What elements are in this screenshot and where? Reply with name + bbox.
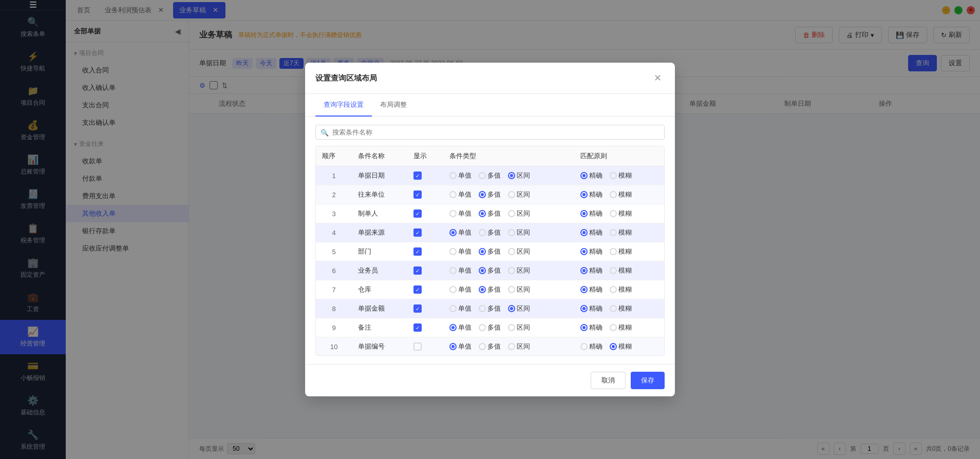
type-radio-多值-2[interactable]: 多值 [479,190,501,199]
type-radio-多值-5[interactable]: 多值 [479,247,501,256]
display-checkbox-10[interactable] [413,342,422,351]
radio-circle-type-区间-9 [508,324,515,331]
display-checkbox-9[interactable]: ✓ [413,323,422,332]
match-radio-模糊-9[interactable]: 模糊 [610,323,632,332]
match-radio-模糊-8[interactable]: 模糊 [610,304,632,313]
display-checkbox-1[interactable]: ✓ [413,171,422,180]
condition-row-7: 7仓库✓单值多值区间精确模糊 [316,280,664,299]
modal-dialog: 设置查询区域布局 ✕ 查询字段设置 布局调整 🔍 顺序 条件名称 显示 [305,63,675,396]
type-radio-多值-8[interactable]: 多值 [479,304,501,313]
cell-display-8[interactable]: ✓ [407,299,443,318]
type-radio-单值-5[interactable]: 单值 [449,247,472,256]
match-radio-精确-7[interactable]: 精确 [580,285,602,294]
modal-save-button[interactable]: 保存 [631,372,665,389]
cell-display-5[interactable]: ✓ [407,242,443,261]
type-radio-区间-1[interactable]: 区间 [508,171,530,180]
type-radio-多值-1[interactable]: 多值 [479,171,501,180]
cell-name-8: 单据金额 [352,299,407,318]
radio-circle-type-单值-10 [449,343,457,350]
match-radio-模糊-7[interactable]: 模糊 [610,285,632,294]
type-radio-多值-9[interactable]: 多值 [479,323,501,332]
cell-display-10[interactable] [407,337,443,356]
modal-overlay[interactable]: 设置查询区域布局 ✕ 查询字段设置 布局调整 🔍 顺序 条件名称 显示 [0,0,980,459]
radio-circle-type-多值-6 [479,267,486,274]
match-radio-精确-3[interactable]: 精确 [580,209,602,218]
display-checkbox-7[interactable]: ✓ [413,285,422,294]
cell-display-7[interactable]: ✓ [407,280,443,299]
type-radio-区间-2[interactable]: 区间 [508,190,530,199]
type-radio-区间-4[interactable]: 区间 [508,228,530,237]
condition-row-6: 6业务员✓单值多值区间精确模糊 [316,261,664,280]
type-radio-单值-3[interactable]: 单值 [449,209,472,218]
type-radio-单值-4[interactable]: 单值 [449,228,472,237]
match-radio-模糊-5[interactable]: 模糊 [610,247,632,256]
type-radio-多值-10[interactable]: 多值 [479,342,501,351]
radio-circle-match-精确-4 [580,229,588,236]
cell-type-2: 单值多值区间 [443,185,574,204]
cell-display-3[interactable]: ✓ [407,204,443,223]
cell-display-4[interactable]: ✓ [407,223,443,242]
type-radio-区间-10[interactable]: 区间 [508,342,530,351]
modal-close-button[interactable]: ✕ [650,71,665,85]
type-radio-区间-3[interactable]: 区间 [508,209,530,218]
match-radio-精确-10[interactable]: 精确 [580,342,602,351]
type-radio-多值-6[interactable]: 多值 [479,266,501,275]
match-radio-模糊-10[interactable]: 模糊 [610,342,632,351]
match-radio-模糊-1[interactable]: 模糊 [610,171,632,180]
type-radio-多值-3[interactable]: 多值 [479,209,501,218]
display-checkbox-6[interactable]: ✓ [413,266,422,275]
type-radio-单值-6[interactable]: 单值 [449,266,472,275]
condition-row-3: 3制单人✓单值多值区间精确模糊 [316,204,664,223]
type-radio-单值-2[interactable]: 单值 [449,190,472,199]
condition-row-4: 4单据来源✓单值多值区间精确模糊 [316,223,664,242]
cell-display-1[interactable]: ✓ [407,166,443,185]
match-radio-精确-9[interactable]: 精确 [580,323,602,332]
cell-display-9[interactable]: ✓ [407,318,443,337]
col-header-order: 顺序 [316,146,352,166]
type-radio-区间-9[interactable]: 区间 [508,323,530,332]
display-checkbox-8[interactable]: ✓ [413,304,422,313]
display-checkbox-4[interactable]: ✓ [413,228,422,237]
type-radio-单值-10[interactable]: 单值 [449,342,472,351]
type-radio-区间-8[interactable]: 区间 [508,304,530,313]
display-checkbox-2[interactable]: ✓ [413,190,422,199]
condition-row-10: 10单据编号单值多值区间精确模糊 [316,337,664,356]
radio-circle-match-模糊-7 [610,286,617,293]
match-radio-精确-6[interactable]: 精确 [580,266,602,275]
radio-circle-match-模糊-8 [610,305,617,312]
match-radio-模糊-3[interactable]: 模糊 [610,209,632,218]
cell-order-10: 10 [316,337,352,356]
condition-search-input[interactable] [315,125,665,140]
cell-display-6[interactable]: ✓ [407,261,443,280]
tab-layout[interactable]: 布局调整 [372,94,415,117]
type-radio-单值-9[interactable]: 单值 [449,323,472,332]
type-radio-区间-5[interactable]: 区间 [508,247,530,256]
match-radio-精确-8[interactable]: 精确 [580,304,602,313]
type-radio-多值-7[interactable]: 多值 [479,285,501,294]
radio-circle-type-多值-9 [479,324,486,331]
type-radio-区间-6[interactable]: 区间 [508,266,530,275]
modal-cancel-button[interactable]: 取消 [591,372,626,389]
match-radio-模糊-2[interactable]: 模糊 [610,190,632,199]
type-radio-单值-1[interactable]: 单值 [449,171,472,180]
conditions-table: 顺序 条件名称 显示 条件类型 匹配原则 1单据日期✓单值多值区间精确模糊2往来… [316,146,664,356]
match-radio-模糊-6[interactable]: 模糊 [610,266,632,275]
match-radio-模糊-4[interactable]: 模糊 [610,228,632,237]
radio-circle-type-区间-1 [508,172,515,179]
display-checkbox-5[interactable]: ✓ [413,247,422,256]
type-radio-单值-8[interactable]: 单值 [449,304,472,313]
modal-footer: 取消 保存 [305,364,675,396]
cell-display-2[interactable]: ✓ [407,185,443,204]
match-radio-精确-5[interactable]: 精确 [580,247,602,256]
display-checkbox-3[interactable]: ✓ [413,209,422,218]
type-radio-多值-4[interactable]: 多值 [479,228,501,237]
type-radio-单值-7[interactable]: 单值 [449,285,472,294]
match-radio-精确-2[interactable]: 精确 [580,190,602,199]
cell-type-7: 单值多值区间 [443,280,574,299]
radio-circle-type-单值-2 [449,191,457,198]
type-radio-区间-7[interactable]: 区间 [508,285,530,294]
radio-circle-match-精确-3 [580,210,588,217]
match-radio-精确-4[interactable]: 精确 [580,228,602,237]
match-radio-精确-1[interactable]: 精确 [580,171,602,180]
tab-query-fields[interactable]: 查询字段设置 [315,94,372,117]
